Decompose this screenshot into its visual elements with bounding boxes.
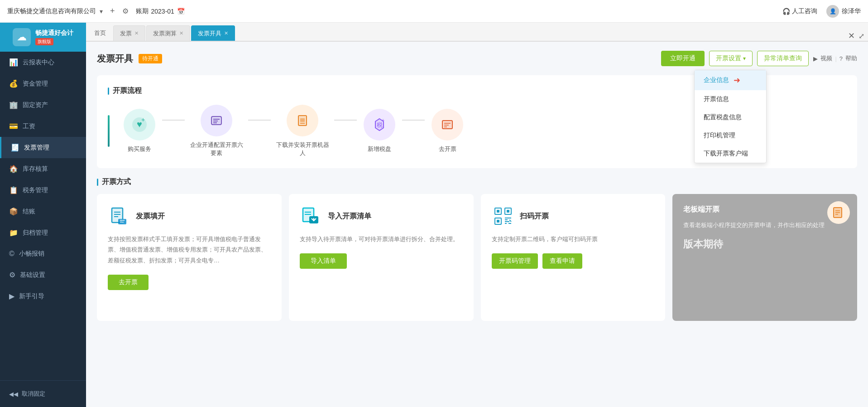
svg-text:+: +	[382, 117, 384, 123]
settings-dropdown-menu: 企业信息 ➜ 开票信息 配置税盘信息 打印机管理 下	[694, 70, 767, 163]
svg-rect-38	[507, 210, 509, 213]
dropdown-item-invoice-info[interactable]: 开票信息	[695, 90, 766, 108]
tesuan-tab-close[interactable]: ✕	[179, 30, 183, 36]
sidebar-item-kucun[interactable]: 🏠 库存核算	[0, 158, 86, 179]
logo-text: 畅捷通好会计	[35, 29, 73, 37]
flow-step-4: 税+ 新增税盘	[357, 109, 402, 153]
building-icon: 🏢	[9, 101, 18, 109]
chart-icon: 📊	[9, 58, 18, 67]
logo-badge: 旗舰版	[35, 38, 53, 45]
user-info[interactable]: 👤 徐泽华	[826, 5, 861, 18]
svg-rect-40	[497, 220, 499, 223]
import-invoice-desc: 支持导入待开票清单，可对待开票清单进行拆分、合并处理。	[300, 234, 463, 244]
qr-invoice-desc: 支持定制开票二维码，客户端可扫码开票	[492, 234, 655, 244]
method-card-import: 导入开票清单 支持导入待开票清单，可对待开票清单进行拆分、合并处理。 导入清单	[289, 194, 474, 321]
go-invoice-button[interactable]: 去开票	[108, 275, 149, 290]
pin-icon: ◀◀	[9, 391, 18, 397]
company-name: 重庆畅捷交通信息咨询有限公司	[7, 7, 96, 15]
fapiao-tab-label: 发票	[120, 29, 132, 38]
guide-icon: ▶	[9, 292, 14, 300]
import-invoice-title: 导入开票清单	[328, 212, 371, 221]
tab-fapiao[interactable]: 发票 ✕	[113, 25, 145, 41]
calendar-icon: 📅	[177, 8, 185, 15]
sidebar-item-zijin[interactable]: 💰 资金管理	[0, 73, 86, 94]
sidebar-item-xinshouyindao[interactable]: ▶ 新手引导	[0, 286, 86, 307]
logo-icon: ☁	[13, 28, 31, 46]
close-account-icon: 📦	[9, 207, 18, 216]
kaiju-tab-label: 发票开具	[198, 29, 221, 38]
sidebar-item-yunbaobiao[interactable]: 📊 云报表中心	[0, 52, 86, 73]
status-badge: 待开通	[139, 54, 162, 63]
help-label[interactable]: 帮助	[845, 54, 857, 63]
boss-card-desc: 查看老板端小程序提交的开票申请，并作出相应的处理	[683, 220, 846, 230]
tab-fapiao-tesuan[interactable]: 发票测算 ✕	[146, 25, 190, 41]
chevron-down-icon: ▾	[100, 8, 103, 15]
sidebar-item-gongzi[interactable]: 💳 工资	[0, 116, 86, 137]
fapiao-tab-close[interactable]: ✕	[134, 30, 139, 36]
dropdown-item-company[interactable]: 企业信息 ➜	[695, 70, 766, 90]
tab-home[interactable]: 首页	[88, 25, 112, 41]
activate-button[interactable]: 立即开通	[661, 51, 705, 66]
svg-line-43	[509, 220, 511, 222]
sidebar-item-jichushezhi[interactable]: ⚙ 基础设置	[0, 264, 86, 286]
flow-step-3: 下载并安装开票机器人	[271, 105, 334, 157]
method-card-fill: 发票填开 支持按照发票样式手工填开发票；可开具增值税电子普通发票、增值税普通发票…	[97, 194, 282, 321]
warehouse-icon: 🏠	[9, 165, 18, 173]
import-list-button[interactable]: 导入清单	[300, 253, 347, 269]
avatar: 👤	[826, 5, 839, 18]
gear-icon: ⚙	[9, 271, 15, 279]
settings-icon[interactable]: ⚙	[122, 7, 129, 15]
close-window-icon[interactable]: ✕	[848, 31, 855, 41]
flow-step-2: 企业开通配置开票六要素	[185, 105, 248, 157]
method-card-boss: 老板端开票 查看老板端小程序提交的开票申请，并作出相应的处理 版本期待	[672, 194, 857, 321]
version-badge: 版本期待	[683, 237, 846, 251]
fill-invoice-icon	[108, 205, 130, 228]
add-company-icon[interactable]: +	[110, 6, 115, 16]
boss-card-title: 老板端开票	[683, 205, 846, 214]
svg-rect-16	[442, 121, 452, 129]
kaiju-tab-close[interactable]: ✕	[224, 30, 228, 36]
sidebar-item-xiaochang[interactable]: © 小畅报销	[0, 243, 86, 264]
exception-button[interactable]: 异常清单查询	[757, 51, 809, 66]
method-card-qr: 扫码开票 支持定制开票二维码，客户端可扫码开票 开票码管理 查看申请	[481, 194, 666, 321]
methods-title: 开票方式	[97, 177, 857, 187]
qrcode-manage-button[interactable]: 开票码管理	[492, 253, 538, 269]
svg-rect-10	[300, 118, 305, 122]
sidebar-item-guidang[interactable]: 📁 归档管理	[0, 222, 86, 243]
fill-invoice-desc: 支持按照发票样式手工填开发票；可开具增值税电子普通发票、增值税普通发票、增值税专…	[108, 234, 271, 266]
period-label: 账期 2023-01 📅	[136, 7, 185, 15]
svg-rect-26	[118, 219, 126, 224]
support-button[interactable]: 🎧 人工咨询	[782, 7, 817, 15]
salary-icon: 💳	[9, 122, 18, 131]
home-tab-label: 首页	[94, 29, 106, 37]
chevron-down-icon: ▾	[743, 55, 746, 62]
dropdown-item-tax-config[interactable]: 配置税盘信息	[695, 108, 766, 126]
tab-fapiao-kaiju[interactable]: 发票开具 ✕	[191, 25, 235, 41]
sidebar-item-fapiao[interactable]: 🧾 发票管理	[0, 137, 86, 158]
question-icon: ?	[839, 55, 843, 62]
flow-step-5: 去开票	[425, 109, 470, 153]
video-label[interactable]: 视频	[820, 54, 832, 63]
play-icon[interactable]: ▶	[813, 55, 818, 62]
dropdown-item-download[interactable]: 下载开票客户端	[695, 145, 766, 163]
fill-invoice-title: 发票填开	[136, 212, 165, 221]
svg-rect-36	[497, 210, 499, 213]
settings-dropdown-button[interactable]: 开票设置 ▾	[709, 51, 753, 66]
sidebar-item-gudingzichan[interactable]: 🏢 固定资产	[0, 94, 86, 116]
view-apply-button[interactable]: 查看申请	[542, 253, 582, 269]
sidebar-logo: ☁ 畅捷通好会计 旗舰版	[0, 23, 86, 52]
sidebar-item-shuiwu[interactable]: 📋 税务管理	[0, 179, 86, 201]
tesuan-tab-label: 发票测算	[153, 29, 177, 38]
page-title: 发票开具	[97, 53, 133, 65]
qr-invoice-icon	[492, 205, 514, 228]
archive-icon: 📁	[9, 228, 18, 237]
expand-icon[interactable]: ⤢	[858, 32, 864, 40]
svg-text:+: +	[141, 116, 145, 123]
dropdown-item-printer[interactable]: 打印机管理	[695, 126, 766, 145]
sidebar-item-jiezhang[interactable]: 📦 结账	[0, 201, 86, 222]
red-arrow-icon: ➜	[734, 75, 740, 85]
cancel-pin-button[interactable]: ◀◀ 取消固定	[0, 385, 86, 402]
money-icon: 💰	[9, 79, 18, 88]
company-selector[interactable]: 重庆畅捷交通信息咨询有限公司 ▾	[7, 7, 103, 15]
headset-icon: 🎧	[782, 8, 790, 15]
